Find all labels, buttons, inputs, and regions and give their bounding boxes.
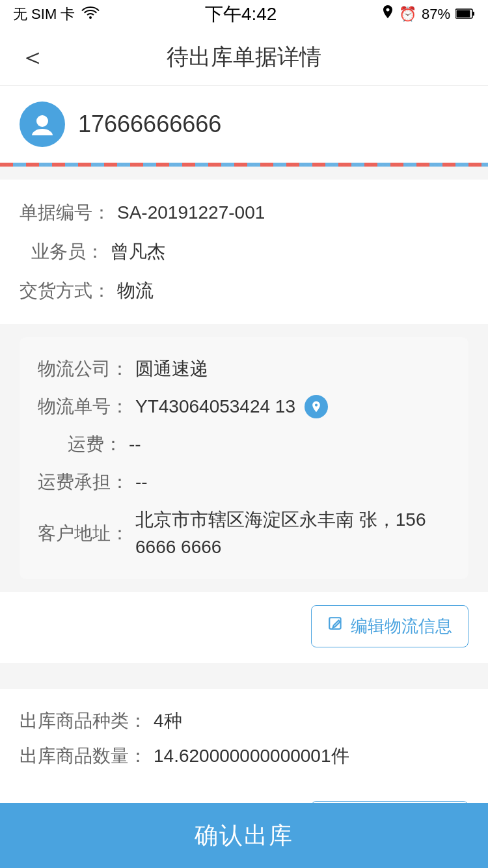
goods-quantity-row: 出库商品数量： 14.620000000000001件: [20, 744, 468, 768]
svg-rect-1: [472, 12, 474, 16]
logistics-company-value: 圆通速递: [135, 355, 450, 383]
delivery-value: 物流: [117, 277, 468, 305]
address-row: 客户地址： 北京市市辖区海淀区永丰南 张，156 6666 6666: [38, 506, 450, 561]
edit-button-row: 编辑物流信息: [0, 592, 488, 663]
freight-row: 运费： --: [38, 431, 450, 458]
avatar: [20, 102, 65, 147]
address-value: 北京市市辖区海淀区永丰南 张，156 6666 6666: [135, 506, 450, 561]
goods-quantity-label: 出库商品数量：: [20, 744, 154, 768]
order-number-label: 单据编号：: [20, 199, 117, 226]
status-carrier: 无 SIM 卡: [13, 5, 100, 24]
order-number-value: SA-20191227-001: [117, 199, 468, 226]
customer-phone: 17666666666: [78, 111, 221, 138]
location-pin-button[interactable]: [305, 395, 328, 418]
battery-text: 87%: [422, 6, 450, 23]
svg-rect-2: [456, 10, 470, 18]
logistics-tracking-row: 物流单号： YT43064053424 13: [38, 393, 450, 420]
address-label: 客户地址：: [38, 520, 135, 547]
freight-bearer-row: 运费承担： --: [38, 468, 450, 496]
goods-section: 出库商品种类： 4种 出库商品数量： 14.620000000000001件: [0, 689, 488, 788]
logistics-card: 物流公司： 圆通速递 物流单号： YT43064053424 13 运费： --…: [20, 337, 468, 579]
delivery-label: 交货方式：: [20, 277, 117, 305]
status-bar: 无 SIM 卡 下午4:42 ⏰ 87%: [0, 0, 488, 29]
carrier-text: 无 SIM 卡: [13, 5, 75, 24]
goods-type-row: 出库商品种类： 4种: [20, 709, 468, 733]
salesperson-value: 曾凡杰: [111, 238, 468, 265]
status-time: 下午4:42: [205, 2, 277, 27]
alarm-icon: ⏰: [399, 6, 416, 23]
logistics-tracking-label: 物流单号：: [38, 393, 135, 420]
delivery-row: 交货方式： 物流: [20, 277, 468, 305]
salesperson-row: 业务员： 曾凡杰: [20, 238, 468, 265]
logistics-tracking-value: YT43064053424 13: [135, 393, 450, 420]
wifi-icon: [81, 6, 100, 23]
tracking-number: YT43064053424 13: [135, 393, 295, 420]
nav-bar: ＜ 待出库单据详情: [0, 29, 488, 86]
freight-bearer-label: 运费承担：: [38, 468, 135, 496]
logistics-company-row: 物流公司： 圆通速递: [38, 355, 450, 383]
logistics-company-label: 物流公司：: [38, 355, 135, 383]
order-number-row: 单据编号： SA-20191227-001: [20, 199, 468, 226]
goods-type-label: 出库商品种类：: [20, 709, 154, 733]
back-button[interactable]: ＜: [20, 39, 59, 75]
section-gap-2: [0, 663, 488, 676]
freight-label: 运费：: [38, 431, 129, 458]
edit-button-label: 编辑物流信息: [351, 615, 452, 638]
freight-value: --: [129, 431, 450, 458]
status-right-icons: ⏰ 87%: [382, 5, 475, 23]
confirm-button[interactable]: 确认出库: [0, 803, 488, 868]
dashed-divider: [0, 163, 488, 167]
section-gap-1: [0, 167, 488, 180]
confirm-button-label: 确认出库: [195, 820, 293, 852]
goods-quantity-value: 14.620000000000001件: [154, 744, 349, 768]
location-service-icon: [382, 5, 394, 23]
salesperson-label: 业务员：: [20, 238, 111, 265]
edit-logistics-button[interactable]: 编辑物流信息: [311, 605, 468, 647]
page-title: 待出库单据详情: [167, 42, 321, 72]
freight-bearer-value: --: [135, 468, 450, 496]
order-info-card: 单据编号： SA-20191227-001 业务员： 曾凡杰 交货方式： 物流: [0, 180, 488, 324]
goods-type-value: 4种: [154, 709, 182, 733]
battery-icon: [455, 6, 475, 23]
svg-point-3: [36, 115, 48, 127]
customer-card: 17666666666: [0, 86, 488, 163]
edit-icon: [327, 616, 344, 637]
